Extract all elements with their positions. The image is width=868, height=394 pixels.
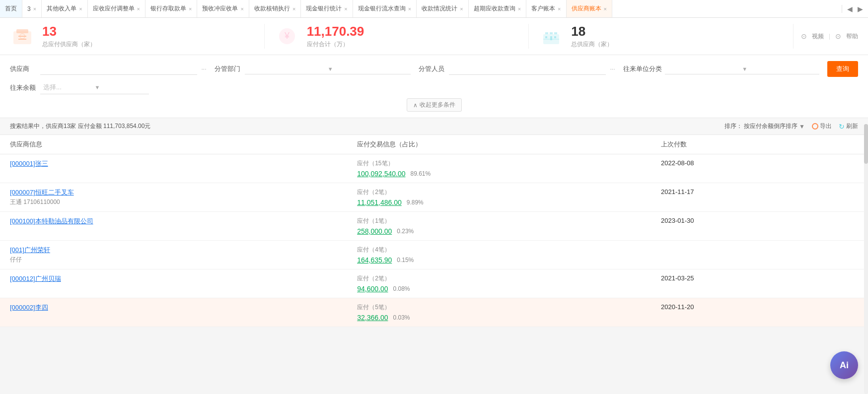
nav-tab-receipt-stat[interactable]: 收款情况统计× — [417, 0, 468, 17]
nav-tab-supplier-ledger[interactable]: 供应商账本× — [567, 0, 612, 17]
top-right-links: ⊙ 视频 | ⊙ 帮助 — [794, 32, 858, 41]
nav-next-arrow[interactable]: ▶ — [855, 5, 866, 13]
payable-cell: 应付（5笔） 32,366.00 0.03% — [347, 298, 651, 327]
stats-bar: 13 总应付供应商（家） ¥ 11,170.39 应付合计（万） — [0, 18, 868, 55]
payable-amount-icon: ¥ — [275, 24, 299, 49]
export-button[interactable]: 导出 — [812, 122, 832, 131]
refresh-button[interactable]: ↻ 刷新 — [839, 122, 858, 131]
nav-tab-close-cash-bank-flow[interactable]: × — [408, 6, 411, 12]
nav-prev-arrow[interactable]: ◀ — [845, 5, 855, 13]
svg-rect-11 — [545, 36, 547, 38]
payable-notes: 应付（15笔） — [357, 159, 641, 168]
payable-pct: 9.89% — [407, 199, 424, 206]
last-pay-date: 2021-03-25 — [661, 274, 694, 282]
sort-value: 按应付余额倒序排序 — [744, 122, 797, 131]
nav-tab-close-customer-ledger[interactable]: × — [558, 6, 561, 12]
payable-cell: 应付（2笔） 94,600.00 0.08% — [347, 269, 651, 298]
category-filter-select[interactable]: ▼ — [665, 64, 820, 74]
nav-tab-overdue-ar[interactable]: 超期应收款查询× — [469, 0, 526, 17]
nav-tab-close-overdue-ar[interactable]: × — [518, 6, 521, 12]
supplier-cell: [000012]广州贝瑞 — [0, 269, 347, 298]
supplier-filter-label: 供应商 — [10, 65, 37, 73]
last-pay-date: 2020-11-20 — [661, 303, 694, 311]
link-divider: | — [829, 33, 830, 40]
circle-icon-help: ⊙ — [835, 32, 841, 40]
nav-tab-close-receipt-stat[interactable]: × — [460, 6, 463, 12]
nav-tab-ar-ap-adjust[interactable]: 应收应付调整单× — [88, 0, 145, 17]
video-link[interactable]: 视频 — [812, 32, 824, 41]
collapse-label: 收起更多条件 — [420, 101, 455, 109]
scrollbar-thumb[interactable] — [864, 124, 868, 164]
nav-tab-close-ar-ap-adjust[interactable]: × — [137, 6, 140, 12]
supplier-link[interactable]: [000001]张三 — [10, 160, 48, 167]
payable-suppliers-number: 13 — [42, 24, 96, 39]
payable-amount-row: 100,092,540.00 89.61% — [357, 170, 641, 178]
dept-filter-label: 分管部门 — [215, 65, 242, 73]
refresh-icon: ↻ — [839, 123, 845, 131]
svg-text:¥: ¥ — [284, 31, 290, 41]
nav-tab-label: 其他收入单 — [47, 4, 76, 13]
nav-tab-tab3[interactable]: 3× — [22, 0, 42, 17]
supplier-link[interactable]: [000100]本特勒油品有限公司 — [10, 217, 93, 225]
supplier-link[interactable]: [000002]李四 — [10, 304, 48, 311]
payable-amount[interactable]: 94,600.00 — [357, 285, 388, 293]
help-link[interactable]: 帮助 — [846, 32, 858, 41]
supplier-cell: [000100]本特勒油品有限公司 — [0, 212, 347, 241]
nav-tab-label: 现金银行统计 — [306, 4, 342, 13]
col-last-pay: 上次付数 — [651, 135, 868, 154]
supplier-filter-input[interactable] — [40, 63, 197, 75]
nav-tab-customer-ledger[interactable]: 客户账本× — [526, 0, 566, 17]
nav-tab-cash-bank-stat[interactable]: 现金银行统计× — [301, 0, 353, 17]
collapse-button[interactable]: ∧ 收起更多条件 — [407, 98, 462, 112]
nav-arrows: ◀ ▶ — [842, 5, 868, 13]
filter-area: 供应商 ··· 分管部门 ▼ 分管人员 ··· 往来单位分类 ▼ 查询 往来 — [0, 55, 868, 118]
table-row: [000007]恒旺二手叉车王通 17106110000 应付（2笔） 11,0… — [0, 183, 868, 212]
last-pay-cell: 2020-11-20 — [651, 298, 868, 327]
nav-tab-label: 应收应付调整单 — [93, 4, 135, 13]
nav-tab-pre-receipt[interactable]: 预收冲应收单× — [197, 0, 249, 17]
payable-notes: 应付（2笔） — [357, 188, 641, 197]
supplier-filter-icon: ··· — [201, 66, 206, 72]
nav-tab-close-tab3[interactable]: × — [33, 6, 36, 12]
result-actions: 排序： 按应付余额倒序排序 ▼ 导出 ↻ 刷新 — [724, 122, 858, 131]
nav-tab-close-cash-bank-stat[interactable]: × — [344, 6, 347, 12]
payable-amount[interactable]: 11,051,486.00 — [357, 198, 402, 206]
dept-filter-select[interactable]: ▼ — [245, 64, 411, 74]
person-filter-icon: ··· — [610, 66, 615, 72]
table-row: [000012]广州贝瑞 应付（2笔） 94,600.00 0.08% 2021… — [0, 269, 868, 298]
last-pay-date: 2021-11-17 — [661, 188, 694, 196]
payable-amount-row: 32,366.00 0.03% — [357, 314, 641, 322]
table-row: [001]广州荣轩仔仔 应付（4笔） 164,635.90 0.15% — [0, 241, 868, 269]
supplier-link[interactable]: [000012]广州贝瑞 — [10, 275, 61, 282]
supplier-link[interactable]: [000007]恒旺二手叉车 — [10, 189, 74, 196]
supplier-link[interactable]: [001]广州荣轩 — [10, 246, 50, 254]
nav-tab-other-income[interactable]: 其他收入单× — [42, 0, 87, 17]
table-header-row: 供应商信息 应付交易信息（占比） 上次付数 — [0, 135, 868, 154]
nav-tab-close-pre-receipt[interactable]: × — [240, 6, 243, 12]
payable-amount[interactable]: 32,366.00 — [357, 314, 388, 322]
person-filter-input[interactable] — [449, 63, 606, 75]
col-payable-info: 应付交易信息（占比） — [347, 135, 651, 154]
payable-amount[interactable]: 100,092,540.00 — [357, 170, 405, 178]
sort-dropdown[interactable]: 排序： 按应付余额倒序排序 ▼ — [724, 122, 805, 131]
nav-tab-close-supplier-ledger[interactable]: × — [604, 6, 607, 12]
nav-tab-close-other-income[interactable]: × — [79, 6, 82, 12]
payable-notes: 应付（5笔） — [357, 303, 641, 312]
nav-tab-close-bank-deposit[interactable]: × — [189, 6, 192, 12]
nav-tab-close-receipt-verify[interactable]: × — [292, 6, 295, 12]
balance-filter-select[interactable]: 选择... ▼ — [40, 81, 149, 94]
scrollbar-track[interactable] — [864, 124, 868, 327]
supplier-cell: [000007]恒旺二手叉车王通 17106110000 — [0, 183, 347, 212]
nav-tab-cash-bank-flow[interactable]: 现金银行流水查询× — [353, 0, 417, 17]
payable-pct: 0.15% — [397, 257, 414, 263]
payable-amount[interactable]: 258,000.00 — [357, 227, 392, 235]
nav-tab-home[interactable]: 首页 — [0, 0, 22, 17]
category-filter-label: 往来单位分类 — [623, 65, 662, 73]
supplier-cell: [000001]张三 — [0, 154, 347, 183]
payable-amount[interactable]: 164,635.90 — [357, 256, 392, 264]
nav-tab-bank-deposit[interactable]: 银行存取款单× — [145, 0, 197, 17]
nav-tab-receipt-verify[interactable]: 收款核销执行× — [249, 0, 301, 17]
total-suppliers-icon — [539, 24, 564, 49]
query-button[interactable]: 查询 — [827, 61, 858, 77]
payable-pct: 0.23% — [397, 228, 414, 235]
